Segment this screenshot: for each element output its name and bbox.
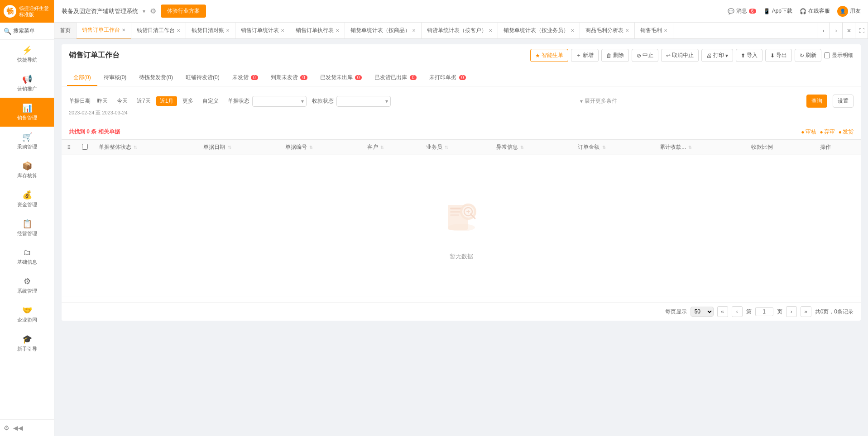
col-exception[interactable]: 异常信息 ⇅ [491, 140, 573, 155]
tab-close-all-btn[interactable]: ✕ [843, 23, 855, 39]
add-button[interactable]: ＋ 新增 [571, 49, 599, 62]
sidebar-item-operations[interactable]: 📋 经营管理 [0, 213, 54, 242]
col-amount[interactable]: 订单金额 ⇅ [572, 140, 654, 155]
col-staff[interactable]: 业务员 ⇅ [421, 140, 491, 155]
settings-icon[interactable]: ⚙ [4, 424, 10, 431]
show-detail-label[interactable]: 显示明细 [824, 52, 854, 59]
tab-product-margin[interactable]: 商品毛利分析表 ✕ [580, 23, 635, 39]
sidebar-item-inventory[interactable]: 📦 库存核算 [0, 156, 54, 185]
tab-sales-stats[interactable]: 销售订单统计表 ✕ [235, 23, 290, 39]
tab-fullscreen-btn[interactable]: ⛶ [855, 23, 868, 39]
print-button[interactable]: 🖨 打印 ▾ [701, 49, 733, 62]
date-btn-7days[interactable]: 近7天 [133, 96, 154, 106]
last-page-btn[interactable]: » [801, 306, 811, 317]
solution-button[interactable]: 体验行业方案 [161, 5, 206, 18]
tab-home[interactable]: 首页 [54, 23, 77, 39]
sidebar-item-system[interactable]: ⚙ 系统管理 [0, 271, 54, 300]
online-service-item[interactable]: 🎧 在线客服 [800, 7, 830, 15]
cancel-suspend-button[interactable]: ↩ 取消中止 [661, 49, 699, 62]
tab-sales-exec[interactable]: 销售订单执行表 ✕ [290, 23, 345, 39]
delete-button[interactable]: 🗑 删除 [601, 49, 629, 62]
tab-nav-buttons: ‹ › ✕ ⛶ [817, 23, 868, 39]
print-dropdown-icon: ▾ [725, 52, 728, 59]
sidebar-item-sales[interactable]: 📊 销售管理 [0, 98, 54, 127]
refresh-button[interactable]: ↻ 刷新 [795, 49, 821, 62]
date-btn-custom[interactable]: 自定义 [199, 96, 222, 106]
tab-cash-daily[interactable]: 钱货日清工作台 ✕ [131, 23, 186, 39]
page-input[interactable] [755, 307, 773, 316]
col-date[interactable]: 单据日期 ⇅ [198, 140, 280, 155]
message-item[interactable]: 💬 消息 6 [728, 7, 756, 15]
cancel-audit-button[interactable]: ● 弃审 [820, 128, 835, 136]
tab-close-cash-daily[interactable]: ✕ [177, 28, 180, 33]
sub-tab-pending-review[interactable]: 待审核(0) [97, 70, 133, 86]
topbar-settings-icon[interactable]: ⚙ [150, 7, 156, 15]
sidebar-item-marketing[interactable]: 📢 营销推广 [0, 69, 54, 98]
sidebar-item-guide[interactable]: 🎓 新手引导 [0, 329, 54, 358]
sub-tab-shipped-not-out[interactable]: 已发货未出库 0 [314, 70, 369, 86]
tab-sales-gross[interactable]: 销售毛利 ✕ [635, 23, 673, 39]
table-toolbar: 共找到 0 条 相关单据 ● 审核 ● 弃审 ● [62, 124, 861, 139]
select-all-checkbox[interactable] [82, 144, 88, 150]
col-received[interactable]: 累计收款... ⇅ [654, 140, 746, 155]
sidebar-item-enterprise[interactable]: 🤝 企业协同 [0, 300, 54, 329]
col-status[interactable]: 单据整体状态 ⇅ [93, 140, 198, 155]
user-item[interactable]: 👤 用友 [837, 6, 861, 17]
purchase-icon: 🛒 [22, 132, 32, 142]
tab-close-sales-exec[interactable]: ✕ [336, 28, 339, 33]
tab-close-cash-reconcile[interactable]: ✕ [226, 28, 230, 33]
sidebar-item-basic[interactable]: 🗂 基础信息 [0, 242, 54, 271]
tab-close-sales-summary-product[interactable]: ✕ [412, 28, 416, 33]
ship-button[interactable]: ● 发货 [839, 128, 854, 136]
sub-tab-wangpu-pending[interactable]: 旺铺待发货(0) [179, 70, 226, 86]
import-button[interactable]: ⬆ 导入 [736, 49, 762, 62]
date-btn-today[interactable]: 今天 [113, 96, 131, 106]
tab-scroll-right-btn[interactable]: › [830, 23, 843, 39]
tab-sales-summary-product[interactable]: 销货单统计表（按商品） ✕ [345, 23, 422, 39]
tab-close-sales-summary-staff[interactable]: ✕ [571, 28, 574, 33]
query-button[interactable]: 查询 [806, 95, 827, 108]
first-page-btn[interactable]: « [717, 306, 728, 317]
sidebar-item-quick-nav[interactable]: ⚡ 快捷导航 [0, 40, 54, 69]
tab-close-product-margin[interactable]: ✕ [625, 28, 629, 33]
show-detail-checkbox[interactable] [824, 52, 830, 58]
horizontal-scrollbar[interactable] [62, 297, 861, 302]
date-btn-1month[interactable]: 近1月 [156, 96, 177, 106]
col-customer[interactable]: 客户 ⇅ [362, 140, 421, 155]
tab-cash-reconcile[interactable]: 钱货日清对账 ✕ [186, 23, 235, 39]
per-page-select[interactable]: 50 10 20 100 [691, 307, 714, 317]
audit-button[interactable]: ● 审核 [801, 128, 816, 136]
audit-circle-icon: ● [801, 129, 804, 135]
tab-sales-summary-staff[interactable]: 销货单统计表（按业务员） ✕ [498, 23, 580, 39]
app-download-item[interactable]: 📱 App下载 [763, 7, 792, 15]
sub-tab-not-shipped[interactable]: 未发货 0 [226, 70, 264, 86]
sub-tab-pending-inspect[interactable]: 待拣货发货(0) [133, 70, 179, 86]
tab-sales-summary-customer[interactable]: 销货单统计表（按客户） ✕ [422, 23, 498, 39]
tab-close-sales-gross[interactable]: ✕ [664, 28, 667, 33]
date-btn-more[interactable]: 更多 [179, 96, 197, 106]
smart-order-button[interactable]: ★ 智能生单 [530, 49, 568, 62]
prev-page-btn[interactable]: ‹ [732, 306, 743, 317]
col-number[interactable]: 单据编号 ⇅ [280, 140, 362, 155]
sub-tab-expired-not-shipped[interactable]: 到期未发货 0 [264, 70, 314, 86]
sub-tab-shipped-out[interactable]: 已发货已出库 0 [368, 70, 423, 86]
filter-settings-button[interactable]: 设置 [833, 95, 854, 108]
next-page-btn[interactable]: › [786, 306, 797, 317]
expand-filter-btn[interactable]: ▾ 展开更多条件 [580, 97, 617, 105]
suspend-button[interactable]: ⊘ 中止 [632, 49, 658, 62]
sidebar-item-search[interactable]: 🔍 搜索菜单 [0, 23, 54, 40]
sub-tab-not-printed[interactable]: 未打印单据 0 [423, 70, 472, 86]
tab-close-sales-stats[interactable]: ✕ [281, 28, 284, 33]
sidebar-item-finance[interactable]: 💰 资金管理 [0, 185, 54, 213]
tab-sales-workbench[interactable]: 销售订单工作台 ✕ [77, 23, 131, 39]
sub-tab-all[interactable]: 全部(0) [67, 70, 97, 86]
payment-select[interactable] [336, 96, 391, 107]
export-button[interactable]: ⬇ 导出 [765, 49, 792, 62]
date-btn-yesterday[interactable]: 昨天 [93, 96, 111, 106]
tab-close-sales-summary-customer[interactable]: ✕ [489, 28, 492, 33]
tab-close-sales-workbench[interactable]: ✕ [122, 28, 125, 33]
sidebar-item-purchase[interactable]: 🛒 采购管理 [0, 127, 54, 156]
tab-scroll-left-btn[interactable]: ‹ [817, 23, 830, 39]
status-select[interactable] [252, 96, 307, 107]
collapse-icon[interactable]: ◀◀ [13, 424, 23, 431]
